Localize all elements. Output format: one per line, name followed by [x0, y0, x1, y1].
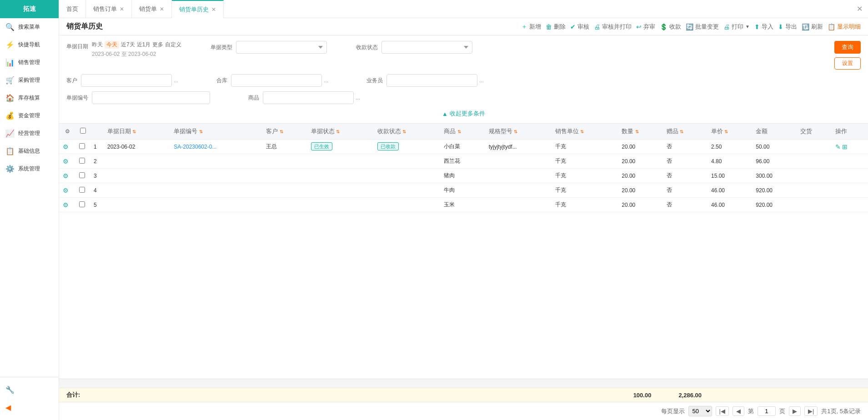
shortcut-7days[interactable]: 近7天 [121, 41, 135, 49]
doc-num-input[interactable] [92, 91, 210, 104]
th-doc-status[interactable]: 单据状态 ⇅ [307, 124, 374, 140]
audit-btn[interactable]: ✔ 审核 [570, 23, 589, 31]
summary-total-amount: 2,286.00 [678, 392, 702, 399]
shortcut-today[interactable]: 今天 [105, 41, 119, 49]
th-customer[interactable]: 客户 ⇅ [262, 124, 307, 140]
th-doc-num[interactable]: 单据编号 ⇅ [170, 124, 262, 140]
unit-price-cell: 15.00 [707, 169, 752, 183]
checkbox-cell [75, 169, 90, 183]
abandon-btn[interactable]: ↩ 弃审 [636, 23, 655, 31]
spec-cell [485, 154, 552, 169]
tab-sales-history-close[interactable]: ✕ [211, 6, 216, 13]
th-goods[interactable]: 商品 ⇅ [440, 124, 485, 140]
customer-input[interactable] [81, 74, 172, 87]
goods-picker-btn[interactable]: ... [356, 95, 360, 101]
import-btn[interactable]: ⬆ 导入 [754, 23, 773, 31]
sidebar-item-search-menu[interactable]: 🔍 搜索菜单 [0, 18, 59, 36]
th-gift[interactable]: 赠品 ⇅ [663, 124, 707, 140]
sidebar-collapse-btn[interactable]: ◀ [0, 399, 59, 416]
doc-status-cell [307, 154, 374, 169]
tab-sales-order[interactable]: 销售订单 ✕ [86, 0, 132, 18]
staff-picker-btn[interactable]: ... [479, 77, 484, 84]
th-qty[interactable]: 数量 ⇅ [618, 124, 662, 140]
collapse-btn[interactable]: ▲ 收起更多条件 [442, 110, 485, 118]
shortcut-yesterday[interactable]: 昨天 [92, 41, 103, 49]
new-icon: ＋ [521, 23, 527, 31]
batch-change-icon: 🔄 [686, 23, 693, 30]
copy-icon[interactable]: ⊞ [842, 143, 848, 150]
date-range-display: 2023-06-02 至 2023-06-02 [92, 50, 181, 58]
th-delivery: 交货 [797, 124, 832, 140]
show-detail-btn[interactable]: 📋 显示明细 [828, 23, 861, 31]
unit-price-cell: 46.00 [707, 183, 752, 198]
delete-btn[interactable]: 🗑 删除 [546, 23, 566, 31]
warehouse-picker-btn[interactable]: ... [324, 77, 328, 84]
next-page-btn[interactable]: ▶ [789, 406, 801, 416]
audit-print-btn[interactable]: 🖨 审核并打印 [594, 23, 632, 31]
sidebar-item-finance-mgmt[interactable]: 💰 资金管理 [0, 107, 59, 125]
refresh-btn[interactable]: 🔃 刷新 [802, 23, 823, 31]
sidebar-item-basic-info[interactable]: 📋 基础信息 [0, 142, 59, 160]
row-checkbox-4[interactable] [79, 201, 85, 207]
tab-sales-order-close[interactable]: ✕ [120, 6, 124, 12]
table-area: ⚙ 单据日期 ⇅ 单据编号 ⇅ 客户 ⇅ [59, 124, 868, 379]
delivery-cell [797, 140, 832, 154]
tab-sales-history[interactable]: 销货单历史 ✕ [172, 0, 224, 18]
sidebar-item-system-mgmt[interactable]: ⚙️ 系统管理 [0, 160, 59, 178]
page-number-input[interactable] [758, 406, 776, 416]
edit-icon[interactable]: ✎ [835, 143, 841, 150]
row-gear-icon: ⚙ [63, 143, 69, 150]
per-page-select[interactable]: 50 100 200 [688, 406, 712, 416]
row-gear-icon: ⚙ [63, 158, 69, 165]
action-cell [832, 198, 868, 212]
customer-picker-btn[interactable]: ... [174, 77, 178, 84]
row-checkbox-0[interactable] [79, 143, 85, 149]
row-checkbox-2[interactable] [79, 172, 85, 178]
tab-sales-goods[interactable]: 销货单 ✕ [132, 0, 172, 18]
select-all-checkbox[interactable] [80, 128, 86, 134]
query-button[interactable]: 查询 [834, 41, 861, 54]
goods-label: 商品 [248, 94, 259, 102]
sidebar-item-inventory-calc[interactable]: 🏠 库存核算 [0, 89, 59, 107]
th-unit-price[interactable]: 单价 ⇅ [707, 124, 752, 140]
tab-home[interactable]: 首页 [59, 0, 86, 18]
row-checkbox-1[interactable] [79, 158, 85, 164]
goods-input[interactable] [263, 91, 354, 104]
doc-type-select[interactable] [236, 41, 327, 54]
payment-status-select[interactable] [381, 41, 472, 54]
batch-change-btn[interactable]: 🔄 批量变更 [686, 23, 719, 31]
sidebar-item-quick-nav[interactable]: ⚡ 快捷导航 [0, 36, 59, 54]
table-scrollbar[interactable] [59, 379, 868, 388]
sidebar-item-sales-mgmt[interactable]: 📊 销售管理 [0, 54, 59, 71]
th-gear[interactable]: ⚙ [59, 124, 75, 140]
th-spec[interactable]: 规格型号 ⇅ [485, 124, 552, 140]
warehouse-input[interactable] [231, 74, 322, 87]
tab-close-all-btn[interactable]: ✕ [851, 5, 868, 13]
print-btn[interactable]: 🖨 打印 ▼ [723, 23, 750, 31]
collect-btn[interactable]: 💲 收款 [660, 23, 681, 31]
staff-input[interactable] [386, 74, 477, 87]
doc-date-sort-icon: ⇅ [132, 129, 136, 134]
th-unit[interactable]: 销售单位 ⇅ [552, 124, 618, 140]
export-btn[interactable]: ⬇ 导出 [778, 23, 797, 31]
new-btn[interactable]: ＋ 新增 [521, 23, 541, 31]
set-button[interactable]: 设置 [834, 57, 861, 70]
th-row-num [90, 124, 104, 140]
row-checkbox-3[interactable] [79, 187, 85, 193]
tab-sales-goods-close[interactable]: ✕ [160, 6, 164, 12]
payment-status-sort-icon: ⇅ [402, 129, 406, 134]
sidebar-settings-btn[interactable]: 🔧 [0, 381, 59, 399]
th-doc-date[interactable]: 单据日期 ⇅ [104, 124, 170, 140]
sidebar-item-business-mgmt[interactable]: 📈 经营管理 [0, 125, 59, 142]
audit-print-icon: 🖨 [594, 23, 600, 30]
page-title: 销货单历史 [66, 22, 103, 31]
sidebar-item-purchase-mgmt[interactable]: 🛒 采购管理 [0, 71, 59, 89]
unit-cell: 千克 [552, 183, 618, 198]
shortcut-more[interactable]: 更多 [152, 41, 163, 49]
shortcut-1month[interactable]: 近1月 [137, 41, 151, 49]
prev-page-btn[interactable]: ◀ [733, 406, 744, 416]
th-payment-status[interactable]: 收款状态 ⇅ [374, 124, 440, 140]
shortcut-custom[interactable]: 自定义 [165, 41, 181, 49]
first-page-btn[interactable]: |◀ [716, 406, 729, 416]
last-page-btn[interactable]: ▶| [804, 406, 818, 416]
